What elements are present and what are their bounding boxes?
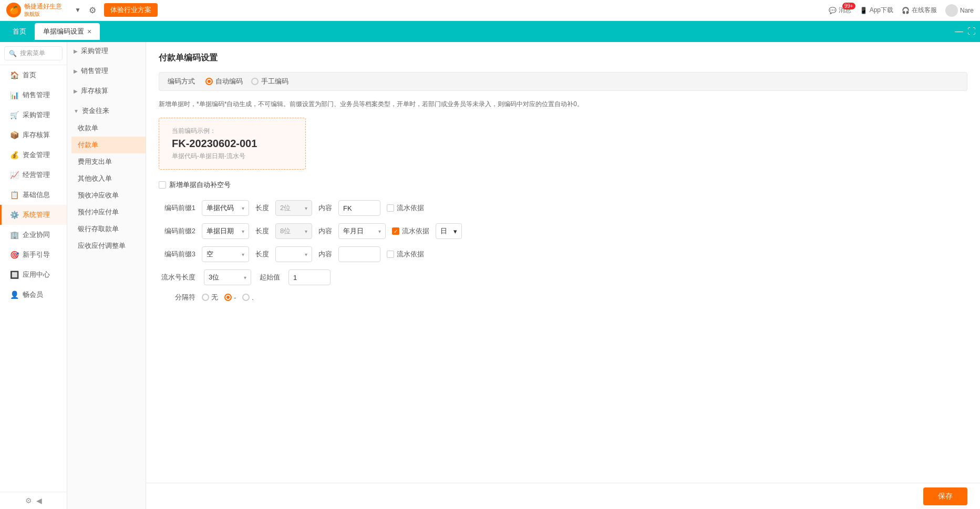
sub-nav-adjust[interactable]: 应收应付调整单 [71, 237, 146, 254]
sub-group-inventory: ▶ 库存核算 [67, 82, 146, 100]
auto-code-radio-circle [205, 78, 213, 85]
sidebar-search-area: 🔍 搜索菜单 [0, 42, 67, 65]
prefix2-content-select[interactable]: 年月日 ▾ [338, 223, 386, 239]
sidebar-item-system[interactable]: ⚙️ 系统管理 [0, 205, 67, 225]
operations-icon: 📈 [10, 171, 18, 179]
sep-dot-radio[interactable]: . [242, 294, 254, 302]
tab-encoding-label: 单据编码设置 [43, 27, 84, 36]
sep-dash-radio[interactable]: - [224, 294, 236, 302]
sub-group-inventory-header[interactable]: ▶ 库存核算 [67, 82, 146, 100]
user-avatar [945, 4, 958, 17]
prefix1-row: 编码前缀1 单据代码 ▾ 长度 2位 ▾ 内容 FK 流水依据 [159, 200, 967, 216]
auto-fill-checkbox[interactable] [159, 181, 166, 189]
sidebar-label-apps: 应用中心 [23, 270, 50, 279]
prefix1-content-input[interactable]: FK [338, 200, 380, 216]
prefix1-stream-check[interactable]: 流水依据 [387, 203, 424, 213]
member-icon: 👤 [10, 290, 18, 299]
basic-icon: 📋 [10, 191, 18, 199]
sub-group-sales-header[interactable]: ▶ 销售管理 [67, 62, 146, 80]
code-preview-box: 当前编码示例： FK-20230602-001 单据代码-单据日期-流水号 [159, 118, 306, 170]
sidebar-item-basic[interactable]: 📋 基础信息 [0, 185, 67, 205]
sub-nav-prepay-payable[interactable]: 预付冲应付单 [71, 204, 146, 221]
nav-dropdown-btn[interactable]: ▼ [75, 6, 81, 14]
user-profile-item[interactable]: Nare [945, 4, 974, 17]
sidebar-item-inventory[interactable]: 📦 库存核算 [0, 125, 67, 145]
tab-minimize-btn[interactable]: — [955, 27, 963, 36]
online-service-icon: 🎧 [902, 7, 910, 14]
sidebar-item-member[interactable]: 👤 畅会员 [0, 285, 67, 305]
sales-icon: 📊 [10, 91, 18, 99]
prefix2-content-arrow-icon: ▾ [378, 228, 381, 234]
prefix3-content-label: 内容 [318, 250, 332, 259]
purchase-icon: 🛒 [10, 111, 18, 119]
sidebar-label-home: 首页 [23, 70, 36, 80]
home-icon: 🏠 [10, 71, 18, 79]
sidebar-item-guide[interactable]: 🎯 新手引导 [0, 245, 67, 265]
sidebar-item-home[interactable]: 🏠 首页 [0, 65, 67, 85]
prefix1-length-select[interactable]: 2位 ▾ [275, 200, 312, 216]
start-value-input[interactable]: 1 [288, 269, 331, 285]
sidebar-item-purchase[interactable]: 🛒 采购管理 [0, 105, 67, 125]
prefix1-stream-checkbox-box [387, 204, 394, 212]
sidebar-item-apps[interactable]: 🔲 应用中心 [0, 265, 67, 285]
tab-encoding-settings[interactable]: 单据编码设置 × [35, 23, 100, 40]
prefix2-arrow-icon: ▾ [242, 228, 244, 234]
prefix2-stream-label: 流水依据 [402, 226, 429, 236]
prefix3-select[interactable]: 空 ▾ [202, 246, 249, 262]
prefix1-content-value: FK [343, 204, 352, 212]
sub-group-purchase-label: 采购管理 [81, 46, 108, 56]
sub-nav-prepay-receivable[interactable]: 预收冲应收单 [71, 187, 146, 204]
trial-btn[interactable]: 体验行业方案 [104, 3, 158, 17]
sidebar-item-operations[interactable]: 📈 经营管理 [0, 165, 67, 185]
sidebar-item-finance[interactable]: 💰 资金管理 [0, 145, 67, 165]
save-button[interactable]: 保存 [923, 487, 967, 505]
sep-none-radio[interactable]: 无 [202, 293, 218, 302]
sub-nav-receipt[interactable]: 收款单 [71, 120, 146, 137]
finance-icon: 💰 [10, 151, 18, 159]
sidebar-collapse-btn[interactable]: ◀ [36, 496, 42, 505]
sub-nav-expense[interactable]: 费用支出单 [71, 153, 146, 170]
prefix2-label: 编码前缀2 [159, 226, 195, 236]
manual-code-radio-circle [251, 78, 259, 85]
sidebar-settings-btn[interactable]: ⚙ [25, 496, 32, 505]
search-icon: 🔍 [9, 50, 17, 57]
online-service-item[interactable]: 🎧 在线客服 [902, 6, 937, 15]
sep-none-radio-circle [202, 294, 209, 301]
prefix1-select[interactable]: 单据代码 ▾ [202, 200, 249, 216]
prefix2-stream-check[interactable]: ✓ 流水依据 [392, 226, 429, 236]
auto-code-radio[interactable]: 自动编码 [205, 77, 243, 86]
app-download-item[interactable]: 📱 App下载 [860, 6, 893, 15]
sub-group-capital: ▼ 资金往来 收款单 付款单 费用支出单 其他收入单 预收冲应收单 预付冲应付单… [67, 102, 146, 254]
settings-gear-btn[interactable]: ⚙ [85, 3, 100, 17]
sidebar-item-sales[interactable]: 📊 销售管理 [0, 85, 67, 105]
prefix2-content-value: 年月日 [343, 226, 364, 236]
message-item[interactable]: 💬 消息 99+ [829, 6, 851, 15]
tab-maximize-btn[interactable]: ⛶ [967, 27, 976, 36]
sidebar-search-btn[interactable]: 🔍 搜索菜单 [4, 46, 63, 60]
prefix2-select[interactable]: 单据日期 ▾ [202, 223, 249, 239]
sidebar-nav: 🏠 首页 📊 销售管理 🛒 采购管理 📦 库存核算 💰 资金管理 📈 经 [0, 65, 67, 492]
main-layout: 🔍 搜索菜单 🏠 首页 📊 销售管理 🛒 采购管理 📦 库存核算 💰 [0, 42, 980, 509]
prefix3-content-input[interactable] [338, 246, 380, 262]
sub-nav-bank[interactable]: 银行存取款单 [71, 221, 146, 237]
sub-nav-payment[interactable]: 付款单 [71, 137, 146, 153]
prefix3-length-select[interactable]: ▾ [275, 246, 312, 262]
sub-nav-other-income[interactable]: 其他收入单 [71, 170, 146, 187]
sidebar-bottom: ⚙ ◀ [0, 492, 67, 509]
sep-dash-radio-circle [224, 294, 232, 301]
guide-icon: 🎯 [10, 251, 18, 259]
tab-home[interactable]: 首页 [4, 23, 35, 40]
prefix3-stream-check[interactable]: 流水依据 [387, 250, 424, 259]
prefix3-row: 编码前缀3 空 ▾ 长度 ▾ 内容 流水依据 [159, 246, 967, 262]
tab-home-label: 首页 [13, 27, 26, 36]
serial-length-select[interactable]: 3位 ▾ [204, 269, 251, 285]
prefix2-length-select[interactable]: 8位 ▾ [275, 223, 312, 239]
manual-code-radio[interactable]: 手工编码 [251, 77, 288, 86]
sidebar-item-enterprise[interactable]: 🏢 企业协同 [0, 225, 67, 245]
prefix2-day-select[interactable]: 日 ▾ [436, 223, 462, 239]
sub-group-sales: ▶ 销售管理 [67, 62, 146, 80]
sub-group-capital-header[interactable]: ▼ 资金往来 [67, 102, 146, 120]
tab-close-btn[interactable]: × [87, 27, 91, 36]
code-preview-value: FK-20230602-001 [172, 138, 293, 150]
sub-group-purchase-header[interactable]: ▶ 采购管理 [67, 42, 146, 60]
